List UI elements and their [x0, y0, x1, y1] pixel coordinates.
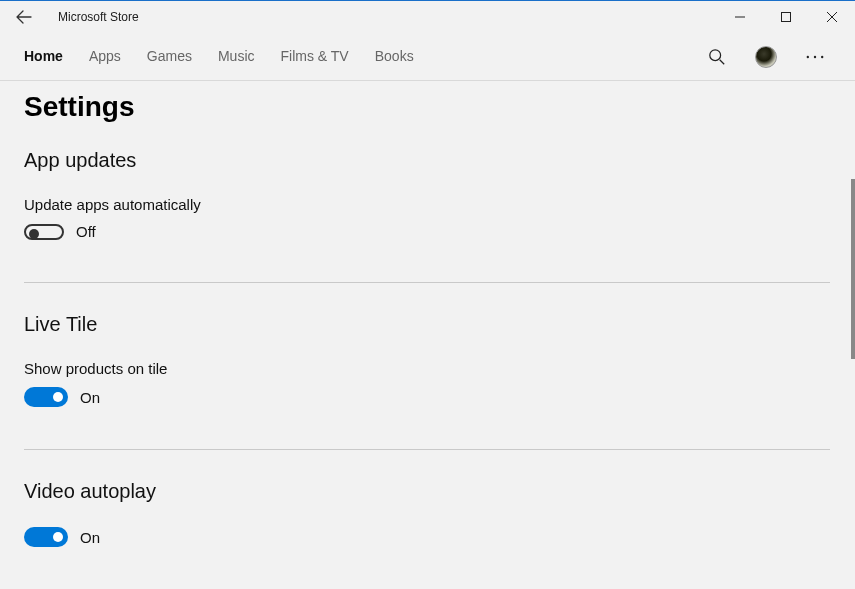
settings-section: App updatesUpdate apps automaticallyOff [24, 149, 830, 283]
search-icon [708, 48, 726, 66]
nav-right [701, 41, 831, 73]
nav-tabs: HomeAppsGamesMusicFilms & TVBooks [24, 33, 414, 80]
titlebar: Microsoft Store [0, 1, 855, 33]
nav-tab-books[interactable]: Books [375, 33, 414, 80]
close-icon [827, 12, 837, 22]
section-title: App updates [24, 149, 830, 172]
minimize-icon [735, 12, 745, 22]
minimize-button[interactable] [717, 1, 763, 33]
nav-tab-films-tv[interactable]: Films & TV [281, 33, 349, 80]
toggle-row: On [24, 527, 830, 547]
section-title: Video autoplay [24, 480, 830, 503]
maximize-icon [781, 12, 791, 22]
page-title: Settings [24, 91, 831, 123]
svg-point-4 [821, 55, 823, 57]
svg-point-2 [807, 55, 809, 57]
svg-point-3 [814, 55, 816, 57]
toggle-knob [53, 392, 63, 402]
settings-section: Video autoplayOn [24, 480, 830, 589]
back-button[interactable] [0, 1, 48, 33]
settings-section: Live TileShow products on tileOn [24, 313, 830, 450]
toggle-state-label: Off [76, 223, 96, 240]
ellipsis-icon [806, 55, 824, 59]
maximize-button[interactable] [763, 1, 809, 33]
toggle-knob [53, 532, 63, 542]
toggle-row: On [24, 387, 830, 407]
toggle-row: Off [24, 223, 830, 240]
toggle-knob [29, 229, 39, 239]
navbar: HomeAppsGamesMusicFilms & TVBooks [0, 33, 855, 81]
scrollbar[interactable] [851, 179, 855, 359]
toggle-switch[interactable] [24, 387, 68, 407]
nav-tab-music[interactable]: Music [218, 33, 255, 80]
user-avatar[interactable] [755, 46, 777, 68]
setting-label: Update apps automatically [24, 196, 830, 213]
nav-tab-home[interactable]: Home [24, 33, 63, 80]
arrow-left-icon [16, 9, 32, 25]
nav-tab-games[interactable]: Games [147, 33, 192, 80]
close-button[interactable] [809, 1, 855, 33]
setting-label: Show products on tile [24, 360, 830, 377]
toggle-switch[interactable] [24, 527, 68, 547]
section-title: Live Tile [24, 313, 830, 336]
toggle-state-label: On [80, 389, 100, 406]
search-button[interactable] [701, 41, 733, 73]
svg-rect-0 [782, 13, 791, 22]
nav-tab-apps[interactable]: Apps [89, 33, 121, 80]
toggle-state-label: On [80, 529, 100, 546]
window-controls [717, 1, 855, 33]
settings-content: Settings App updatesUpdate apps automati… [0, 81, 855, 589]
window-title: Microsoft Store [48, 10, 139, 24]
more-button[interactable] [799, 41, 831, 73]
svg-point-1 [710, 49, 721, 60]
toggle-switch[interactable] [24, 224, 64, 240]
